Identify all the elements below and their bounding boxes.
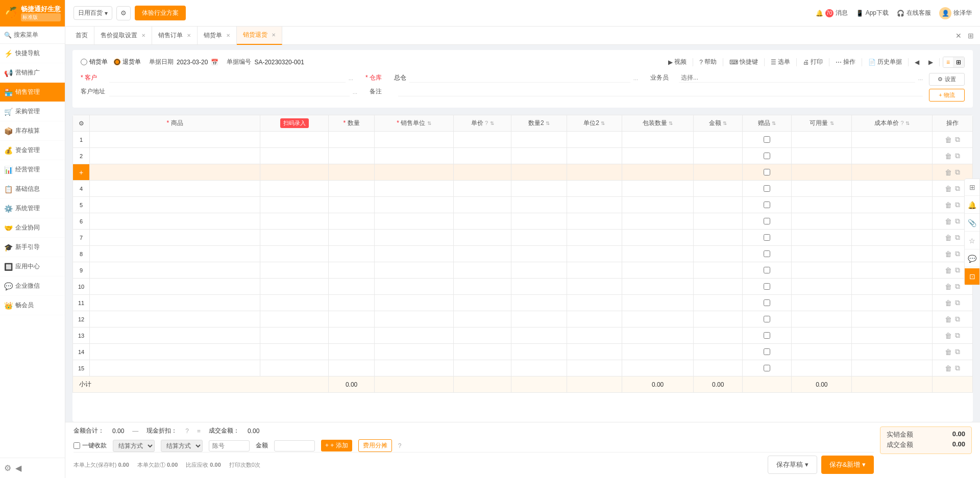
copy-icon-3[interactable]: ⧉ <box>955 168 960 177</box>
unit-sort-icon[interactable]: ⇅ <box>427 120 431 126</box>
right-float-active-item[interactable]: ⊡ <box>965 268 979 285</box>
settings-btn[interactable]: ⚙ 设置 <box>929 73 965 86</box>
shortcut-btn[interactable]: ⌨ 快捷键 <box>726 56 761 68</box>
row-pkg-1[interactable] <box>622 132 694 148</box>
scan-button[interactable]: 扫码录入 <box>280 118 309 128</box>
warehouse-dots[interactable]: ... <box>633 75 638 81</box>
sidebar-item-apps[interactable]: 🔲 应用中心 <box>0 257 65 276</box>
operation-btn[interactable]: ⋯ 操作 <box>832 56 859 68</box>
copy-icon-8[interactable]: ⧉ <box>955 249 960 258</box>
video-btn[interactable]: ▶ 视频 <box>665 56 690 68</box>
amount-sort-icon[interactable]: ⇅ <box>723 120 727 126</box>
delete-icon-14[interactable]: 🗑 <box>945 348 952 356</box>
row-price-3[interactable] <box>453 164 511 181</box>
row-qty-1[interactable] <box>329 132 375 148</box>
delete-icon-9[interactable]: 🗑 <box>945 266 952 274</box>
one-click-payment[interactable]: 一键收款 <box>74 441 107 450</box>
sidebar-item-quick-nav[interactable]: ⚡ 快捷导航 <box>0 44 65 63</box>
sidebar-item-enterprise[interactable]: 🤝 企业协同 <box>0 218 65 238</box>
row-avail-2[interactable] <box>792 148 852 164</box>
sidebar-item-marketing[interactable]: 📢 营销推广 <box>0 63 65 83</box>
customer-service-item[interactable]: 🎧 在线客服 <box>897 9 931 17</box>
row-gift-1[interactable] <box>743 132 792 148</box>
row-qty-2[interactable] <box>329 148 375 164</box>
print-btn[interactable]: 🖨 打印 <box>800 56 826 68</box>
tab-price-setting-close[interactable]: ✕ <box>141 33 145 38</box>
copy-icon-1[interactable]: ⧉ <box>955 135 960 144</box>
row-price-2[interactable] <box>453 148 511 164</box>
customer-dots[interactable]: ... <box>349 75 353 81</box>
prev-btn[interactable]: ◀ <box>912 57 922 67</box>
copy-icon-13[interactable]: ⧉ <box>955 331 960 340</box>
delete-icon-15[interactable]: 🗑 <box>945 364 952 372</box>
delete-icon-10[interactable]: 🗑 <box>945 283 952 291</box>
unit-price-help-icon[interactable]: ? <box>485 120 488 126</box>
delete-icon-3[interactable]: 🗑 <box>945 168 952 177</box>
row-pkg-2[interactable] <box>622 148 694 164</box>
salesperson-dots[interactable]: ... <box>918 75 923 81</box>
radio-sales[interactable]: 销货单 <box>81 58 108 66</box>
customer-address-input[interactable] <box>109 87 350 96</box>
th-settings[interactable]: ⚙ <box>73 115 90 132</box>
row-amount-3[interactable] <box>694 164 743 181</box>
view-list-btn[interactable]: ≡ <box>943 57 953 67</box>
customer-address-dots[interactable]: ... <box>353 89 357 95</box>
delete-icon-4[interactable]: 🗑 <box>945 185 952 193</box>
sidebar-item-inventory[interactable]: 📦 库存核算 <box>0 121 65 141</box>
account-input[interactable] <box>209 440 250 451</box>
delete-icon-6[interactable]: 🗑 <box>945 217 952 225</box>
tab-sales-return[interactable]: 销货退货 ✕ <box>237 27 282 45</box>
right-float-table[interactable]: ⊞ <box>965 179 979 196</box>
tab-sales-order-close[interactable]: ✕ <box>187 33 191 38</box>
copy-icon-9[interactable]: ⧉ <box>955 266 960 274</box>
copy-icon-2[interactable]: ⧉ <box>955 152 960 160</box>
row-amount-1[interactable] <box>694 132 743 148</box>
copy-icon-11[interactable]: ⧉ <box>955 298 960 307</box>
sidebar-item-member[interactable]: 👑 畅会员 <box>0 296 65 315</box>
row-unit-1[interactable] <box>375 132 454 148</box>
gift-checkbox-8[interactable] <box>764 250 770 257</box>
unit2-sort-icon[interactable]: ⇅ <box>601 120 605 126</box>
next-btn[interactable]: ▶ <box>925 57 936 67</box>
cost-price-sort-icon[interactable]: ⇅ <box>905 120 910 126</box>
row-unit2-1[interactable] <box>567 132 622 148</box>
collapse-icon[interactable]: ◀ <box>15 463 21 473</box>
split-btn[interactable]: 费用分摊 <box>358 439 392 452</box>
radio-sales-input[interactable] <box>81 59 87 65</box>
copy-icon-6[interactable]: ⧉ <box>955 217 960 225</box>
tab-price-setting[interactable]: 售价提取设置 ✕ <box>94 27 152 45</box>
gift-checkbox-10[interactable] <box>764 283 770 290</box>
row-amount-2[interactable] <box>694 148 743 164</box>
right-float-comment[interactable]: 💬 <box>965 250 979 267</box>
history-btn[interactable]: 📄 历史单据 <box>865 56 905 68</box>
view-grid-btn[interactable]: ⊞ <box>953 57 964 67</box>
calculation-select[interactable]: 结算方式 <box>161 440 203 452</box>
tab-grid-view[interactable]: ⊞ <box>966 31 976 41</box>
delete-icon-5[interactable]: 🗑 <box>945 201 952 209</box>
sidebar-item-sales[interactable]: 🏪 销售管理 <box>0 83 65 102</box>
delete-icon-12[interactable]: 🗑 <box>945 315 952 323</box>
copy-icon-12[interactable]: ⧉ <box>955 315 960 323</box>
add-row-button[interactable]: + <box>76 167 86 178</box>
sidebar-item-basic[interactable]: 📋 基础信息 <box>0 180 65 199</box>
one-click-checkbox[interactable] <box>74 442 80 449</box>
gift-checkbox-2[interactable] <box>764 153 770 159</box>
gift-checkbox-13[interactable] <box>764 332 770 339</box>
gift-checkbox-9[interactable] <box>764 267 770 273</box>
copy-icon-14[interactable]: ⧉ <box>955 347 960 356</box>
row-product-2[interactable] <box>90 148 260 164</box>
row-gift-3[interactable] <box>743 164 792 181</box>
delete-icon-2[interactable]: 🗑 <box>945 152 952 160</box>
row-cost-3[interactable] <box>852 164 933 181</box>
tab-sales-delivery-close[interactable]: ✕ <box>226 33 230 38</box>
sidebar-item-wechat[interactable]: 💬 企业微信 <box>0 276 65 296</box>
remark-input[interactable] <box>398 87 923 96</box>
tab-home[interactable]: 首页 <box>69 27 94 45</box>
tab-sales-delivery[interactable]: 销货单 ✕ <box>198 27 237 45</box>
help-btn[interactable]: ? 帮助 <box>696 56 720 68</box>
add-payment-btn[interactable]: + + 添加 <box>321 440 352 451</box>
calendar-icon[interactable]: 📅 <box>211 59 218 66</box>
gift-checkbox-5[interactable] <box>764 202 770 208</box>
package-qty-sort-icon[interactable]: ⇅ <box>669 120 673 126</box>
cost-price-help-icon[interactable]: ? <box>901 120 904 126</box>
